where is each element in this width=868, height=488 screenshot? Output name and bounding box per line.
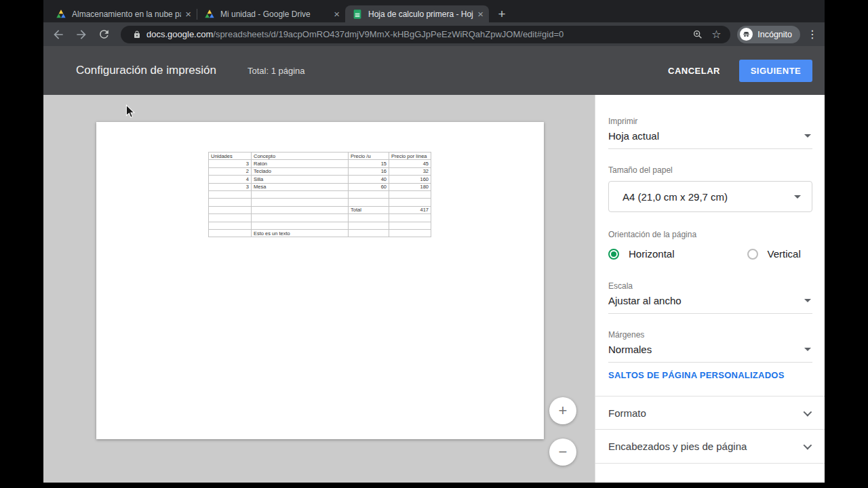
table-cell: 32: [389, 167, 431, 175]
spreadsheet-table: UnidadesConceptoPrecio /uPrecio por líne…: [208, 152, 431, 237]
screen: Almacenamiento en la nube pa × Mi unidad…: [0, 0, 868, 488]
table-cell: 417: [389, 206, 431, 214]
tab-almacenamiento[interactable]: Almacenamiento en la nube pa ×: [49, 5, 197, 22]
print-preview-area: UnidadesConceptoPrecio /uPrecio por líne…: [43, 95, 595, 483]
print-label: Imprimir: [608, 117, 812, 126]
back-icon[interactable]: [52, 28, 65, 41]
google-drive-icon: [204, 9, 215, 20]
close-icon[interactable]: ×: [334, 9, 340, 19]
table-cell: [349, 229, 389, 237]
table-cell: Teclado: [252, 167, 349, 175]
table-cell: 160: [389, 176, 431, 183]
print-section: Imprimir Hoja actual: [608, 117, 812, 149]
chevron-down-icon: [804, 134, 811, 138]
browser-toolbar: docs.google.com/spreadsheets/d/19acpOmRO…: [43, 22, 825, 46]
table-row: 3Ratón1545: [209, 160, 431, 167]
table-cell: 2: [209, 167, 252, 175]
tab-title: Hoja de calculo primera - Hoja: [368, 9, 473, 19]
custom-page-breaks-link[interactable]: SALTOS DE PÁGINA PERSONALIZADOS: [608, 370, 812, 380]
tab-hoja-de-calculo[interactable]: Hoja de calculo primera - Hoja ×: [345, 5, 489, 22]
radio-vertical-label: Vertical: [768, 248, 801, 260]
table-row: [209, 222, 431, 229]
chevron-down-icon: [804, 299, 811, 302]
paper-size-section: Tamaño del papel A4 (21,0 cm x 29,7 cm): [608, 165, 812, 212]
table-cell: [389, 214, 431, 222]
radio-horizontal-label: Horizontal: [629, 248, 675, 260]
page-preview: UnidadesConceptoPrecio /uPrecio por líne…: [96, 122, 544, 439]
table-cell: [252, 190, 349, 198]
table-row: 2Teclado1632: [209, 167, 431, 175]
table-cell: [349, 214, 389, 222]
google-drive-icon: [56, 9, 66, 20]
orientation-section: Orientación de la página Horizontal Vert…: [608, 230, 812, 260]
table-cell: 4: [209, 176, 252, 183]
table-cell: Precio /u: [349, 152, 389, 160]
scale-section: Escala Ajustar al ancho: [608, 281, 812, 314]
table-cell: 40: [349, 176, 389, 183]
star-icon[interactable]: ☆: [711, 29, 722, 40]
table-cell: Unidades: [209, 152, 252, 160]
table-cell: [389, 229, 431, 237]
margins-dropdown[interactable]: Normales: [608, 340, 812, 363]
tab-title: Mi unidad - Google Drive: [220, 9, 330, 19]
table-cell: 180: [389, 183, 431, 190]
accordion: Formato Encabezados y pies de página: [595, 396, 825, 464]
table-row: Total417: [209, 206, 431, 214]
table-cell: [252, 222, 349, 229]
margins-label: Márgenes: [608, 330, 812, 340]
url-domain: docs.google.com: [146, 29, 213, 39]
table-cell: Concepto: [252, 152, 349, 160]
tab-mi-unidad[interactable]: Mi unidad - Google Drive ×: [197, 5, 345, 22]
table-cell: Total: [349, 206, 389, 214]
forward-icon[interactable]: [75, 28, 88, 41]
table-cell: Precio por línea: [389, 152, 431, 160]
close-icon[interactable]: ×: [477, 9, 484, 19]
table-cell: Silla: [252, 176, 349, 183]
print-settings-header: Configuración de impresión Total: 1 pági…: [43, 46, 825, 95]
table-cell: [389, 222, 431, 229]
headers-footers-section-toggle[interactable]: Encabezados y pies de página: [595, 430, 825, 464]
address-bar[interactable]: docs.google.com/spreadsheets/d/19acpOmRO…: [121, 26, 730, 43]
print-settings-sidebar: Imprimir Hoja actual Tamaño del papel A4…: [595, 95, 825, 483]
table-cell: [209, 222, 252, 229]
print-dropdown[interactable]: Hoja actual: [608, 126, 812, 149]
cancel-button[interactable]: CANCELAR: [658, 59, 730, 83]
close-icon[interactable]: ×: [185, 9, 191, 19]
table-row: [209, 214, 431, 222]
chevron-down-icon: [804, 407, 812, 416]
table-cell: 3: [209, 183, 252, 190]
table-cell: Mesa: [252, 183, 349, 190]
table-row: Esto es un texto: [209, 229, 431, 237]
scale-dropdown[interactable]: Ajustar al ancho: [608, 291, 812, 314]
zoom-in-button[interactable]: +: [549, 397, 576, 424]
format-section-toggle[interactable]: Formato: [595, 396, 825, 430]
chevron-down-icon: [794, 195, 801, 199]
zoom-icon[interactable]: [692, 29, 703, 40]
browser-menu-icon[interactable]: ⋮: [807, 28, 818, 41]
paper-size-dropdown[interactable]: A4 (21,0 cm x 29,7 cm): [608, 181, 812, 212]
table-cell: [209, 229, 252, 237]
table-row: [209, 199, 431, 206]
table-cell: 60: [349, 183, 389, 190]
new-tab-button[interactable]: +: [493, 5, 511, 22]
refresh-icon[interactable]: [98, 28, 111, 41]
url-path: /spreadsheets/d/19acpOmRO437dmjV9MmX-kHB…: [213, 29, 564, 39]
table-cell: [209, 206, 252, 214]
table-header-row: UnidadesConceptoPrecio /uPrecio por líne…: [209, 152, 431, 160]
radio-horizontal[interactable]: [608, 249, 619, 260]
browser-window: Almacenamiento en la nube pa × Mi unidad…: [43, 0, 825, 483]
zoom-out-button[interactable]: −: [549, 439, 576, 466]
next-button[interactable]: SIGUIENTE: [739, 60, 812, 82]
lock-icon[interactable]: [133, 30, 141, 39]
page-title: Configuración de impresión: [76, 64, 216, 77]
mouse-cursor: [125, 104, 136, 123]
table-cell: Esto es un texto: [252, 229, 349, 237]
incognito-label: Incógnito: [757, 30, 792, 39]
total-pages-label: Total: 1 página: [248, 66, 305, 76]
table-cell: 15: [349, 160, 389, 167]
table-cell: [389, 199, 431, 206]
table-cell: Ratón: [252, 160, 349, 167]
tab-bar: Almacenamiento en la nube pa × Mi unidad…: [43, 0, 825, 22]
letterbox-bar: [0, 483, 868, 488]
radio-vertical[interactable]: [747, 249, 758, 260]
